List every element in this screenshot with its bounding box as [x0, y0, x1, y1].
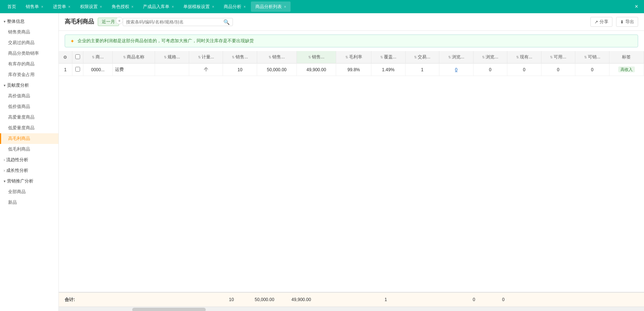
- col-transactions[interactable]: ⇅交易...: [405, 51, 439, 64]
- sidebar-item-high-value[interactable]: 高价值商品: [0, 91, 58, 101]
- sidebar-item-in-stock[interactable]: 有库存的商品: [0, 59, 58, 69]
- sidebar-group-overall[interactable]: ▾ 整体信息: [0, 16, 58, 27]
- sidebar-item-high-margin[interactable]: 高毛利商品: [0, 133, 58, 144]
- arrow-icon-5: ▾: [4, 179, 6, 183]
- sidebar-item-all-goods[interactable]: 全部商品: [0, 187, 58, 197]
- nav-close-template[interactable]: ×: [212, 5, 214, 9]
- tag-badge: 高收入: [618, 66, 635, 72]
- col-tag[interactable]: 标签: [609, 51, 644, 64]
- sidebar-item-new-goods[interactable]: 新品: [0, 197, 58, 208]
- row-sales-amount: 50,000.00: [257, 64, 296, 76]
- nav-item-template[interactable]: 单据模板设置 ×: [179, 1, 219, 12]
- row-unit: 个: [189, 64, 223, 76]
- col-spec[interactable]: ⇅规格...: [155, 51, 189, 64]
- nav-close-sales[interactable]: ×: [41, 5, 43, 9]
- sidebar-item-high-love[interactable]: 高爱量度商品: [0, 112, 58, 123]
- row-code: 0000...: [83, 64, 113, 76]
- footer-sales-qty: 10: [217, 297, 246, 302]
- row-index: 1: [59, 64, 72, 76]
- nav-item-purchase[interactable]: 进货单 ×: [48, 1, 75, 12]
- col-sales-qty[interactable]: ⇅销售...: [223, 51, 257, 64]
- top-nav: 首页 销售单 × 进货单 × 权限设置 × 角色授权 × 产成品入库单 × 单据…: [0, 0, 644, 13]
- horizontal-scrollbar[interactable]: [59, 307, 644, 311]
- col-stock-current[interactable]: ⇅现有...: [507, 51, 542, 64]
- row-stock-available: 0: [541, 64, 575, 76]
- sidebar-collapse-button[interactable]: «: [116, 17, 123, 24]
- browse1-link[interactable]: 0: [455, 67, 458, 72]
- footer-transactions: 1: [371, 297, 400, 302]
- row-transactions: 1: [405, 64, 439, 76]
- row-sales-cost: 49,900.00: [296, 64, 336, 76]
- info-icon: ✦: [70, 38, 75, 44]
- select-all-checkbox[interactable]: [75, 54, 80, 59]
- nav-item-permissions[interactable]: 权限设置 ×: [76, 1, 107, 12]
- nav-close-product-analysis[interactable]: ×: [244, 5, 246, 9]
- row-spec: [155, 64, 189, 76]
- export-button[interactable]: ⬇ 导出: [616, 17, 638, 27]
- nav-close-permissions[interactable]: ×: [100, 5, 102, 9]
- col-gross-rate[interactable]: ⇅毛利率: [336, 51, 371, 64]
- col-unit[interactable]: ⇅计量...: [189, 51, 223, 64]
- col-settings[interactable]: ⚙: [59, 51, 72, 64]
- sidebar: ▾ 整体信息 销售类商品 交易过的商品 商品分类助销率 有库存的商品 库存资金占…: [0, 13, 59, 311]
- search-icon[interactable]: 🔍: [223, 19, 230, 25]
- nav-close-inbound[interactable]: ×: [172, 5, 174, 9]
- nav-item-inbound[interactable]: 产成品入库单 ×: [138, 1, 178, 12]
- col-stock-available[interactable]: ⇅可用...: [541, 51, 575, 64]
- sidebar-group-growth[interactable]: › 成长性分析: [0, 165, 58, 176]
- footer-sales-amount: 50,000.00: [246, 297, 283, 302]
- sidebar-item-sales-goods[interactable]: 销售类商品: [0, 27, 58, 37]
- nav-close-roles[interactable]: ×: [132, 5, 134, 9]
- row-browse2: 0: [473, 64, 507, 76]
- row-stock-current: 0: [507, 64, 542, 76]
- row-coverage: 1.49%: [371, 64, 406, 76]
- col-name[interactable]: ⇅商品名称: [113, 51, 155, 64]
- arrow-icon-3: ›: [4, 158, 5, 162]
- window-close-button[interactable]: ×: [632, 3, 641, 10]
- col-browse2[interactable]: ⇅浏览...: [473, 51, 507, 64]
- row-browse1[interactable]: 0: [439, 64, 474, 76]
- footer-sales-cost: 49,900.00: [283, 297, 320, 302]
- nav-close-analysis-list[interactable]: ×: [284, 5, 286, 9]
- sidebar-item-stock-capital[interactable]: 库存资金占用: [0, 69, 58, 80]
- sidebar-item-category-sales-rate[interactable]: 商品分类助销率: [0, 48, 58, 59]
- sidebar-item-traded-goods[interactable]: 交易过的商品: [0, 37, 58, 48]
- footer-stock-available: 0: [489, 297, 518, 302]
- nav-item-home[interactable]: 首页: [3, 1, 21, 12]
- info-banner: ✦ 企业的主要的利润都是这部分商品创造的，可考虑加大推广，同时关注库存是不要出现…: [65, 35, 638, 47]
- arrow-icon-2: ▾: [4, 83, 6, 87]
- col-coverage[interactable]: ⇅覆盖...: [371, 51, 406, 64]
- row-stock-sellable: 0: [575, 64, 609, 76]
- scrollbar-thumb[interactable]: [132, 308, 206, 311]
- content-area: « 高毛利商品 近一月 🔍 ↗ 分享 ⬇ 导出 ✦ 企业的主要的利润都是这部分商…: [59, 13, 644, 311]
- export-icon: ⬇: [620, 19, 624, 25]
- footer-stock-current: 0: [459, 297, 489, 302]
- col-stock-sellable[interactable]: ⇅可销...: [575, 51, 609, 64]
- nav-item-roles[interactable]: 角色授权 ×: [107, 1, 138, 12]
- nav-item-product-analysis[interactable]: 商品分析 ×: [219, 1, 250, 12]
- search-input[interactable]: [126, 19, 223, 25]
- table-container: ⚙ ⇅商... ⇅商品名称 ⇅规格... ⇅计量... ⇅销售... ⇅销售..…: [59, 51, 644, 292]
- content-header: 高毛利商品 近一月 🔍 ↗ 分享 ⬇ 导出: [59, 13, 644, 31]
- col-browse1[interactable]: ⇅浏览...: [439, 51, 474, 64]
- sidebar-group-trend[interactable]: › 流趋性分析: [0, 155, 58, 165]
- nav-close-purchase[interactable]: ×: [68, 5, 71, 9]
- nav-item-sales[interactable]: 销售单 ×: [21, 1, 48, 12]
- sidebar-group-contribution[interactable]: ▾ 贡献度分析: [0, 80, 58, 91]
- footer-totals-row: 合计: 10 50,000.00 49,900.00 1 0 0: [59, 292, 644, 307]
- nav-item-analysis-list[interactable]: 商品分析列表 ×: [251, 1, 291, 12]
- share-button[interactable]: ↗ 分享: [590, 17, 612, 27]
- share-icon: ↗: [594, 19, 598, 25]
- sidebar-item-low-margin[interactable]: 低毛利商品: [0, 144, 58, 155]
- row-checkbox[interactable]: [72, 64, 83, 76]
- col-checkbox[interactable]: [72, 51, 83, 64]
- row-select-checkbox[interactable]: [75, 67, 80, 72]
- row-sales-qty: 10: [223, 64, 257, 76]
- sidebar-item-low-value[interactable]: 低价值商品: [0, 101, 58, 112]
- col-sales-cost[interactable]: ⇅销售...: [296, 51, 336, 64]
- main-layout: ▾ 整体信息 销售类商品 交易过的商品 商品分类助销率 有库存的商品 库存资金占…: [0, 13, 644, 311]
- col-code[interactable]: ⇅商...: [83, 51, 113, 64]
- col-sales-amount[interactable]: ⇅销售...: [257, 51, 296, 64]
- sidebar-item-low-love[interactable]: 低爱量度商品: [0, 123, 58, 133]
- sidebar-group-marketing[interactable]: ▾ 营销推广分析: [0, 176, 58, 187]
